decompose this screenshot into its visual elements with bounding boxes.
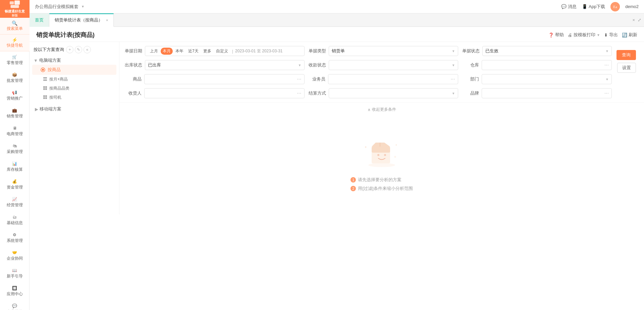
sidebar-item-wechat[interactable]: 💬 企业微信 xyxy=(0,300,30,310)
warehouse-input[interactable]: ··· xyxy=(482,60,612,70)
desktop-scheme-section-header[interactable]: ▼ 电脑端方案 xyxy=(32,56,116,65)
svg-rect-6 xyxy=(43,79,47,80)
collapse-label: 收起更多条件 xyxy=(372,107,396,112)
sidebar-item-retail-label: 零售管理 xyxy=(1,60,28,66)
filter-field-salesperson: 业务员 ··· xyxy=(309,74,458,84)
empty-tip1: 请先选择要分析的方案 xyxy=(358,177,401,183)
filter-field-department: 部门 ▼ xyxy=(462,74,612,84)
product-label: 商品 xyxy=(125,76,142,82)
brand-dots-icon[interactable]: ··· xyxy=(604,90,609,96)
collapse-scheme-button[interactable]: « xyxy=(84,46,91,53)
svg-rect-0 xyxy=(9,1,13,4)
message-button[interactable]: 💬 消息 xyxy=(561,4,577,10)
sidebar-item-sales[interactable]: 💼 销售管理 xyxy=(0,105,30,122)
date-tab-last-month[interactable]: 上月 xyxy=(148,48,160,55)
mobile-scheme-section-header[interactable]: ▶ 移动端方案 xyxy=(34,105,116,113)
logo-icon xyxy=(9,0,20,9)
date-tab-custom[interactable]: 自定义 xyxy=(214,48,230,55)
user-name[interactable]: demo2 xyxy=(625,4,639,9)
edit-scheme-button[interactable]: ✎ xyxy=(75,46,82,53)
sidebar-item-operations[interactable]: 📈 经营管理 xyxy=(0,194,30,211)
sidebar-item-ecommerce[interactable]: 🖥 电商管理 xyxy=(0,122,30,140)
refresh-button[interactable]: 🔄 刷新 xyxy=(622,32,637,38)
salesperson-input[interactable]: ··· xyxy=(328,74,458,84)
quick-nav-item[interactable]: ⚡ 快捷导航 xyxy=(0,35,30,51)
sidebar-item-system[interactable]: ⚙ 系统管理 xyxy=(0,229,30,247)
svg-rect-18 xyxy=(372,147,390,153)
settings-button[interactable]: 设置 xyxy=(617,63,636,73)
filter-field-date: 单据日期 上月 本月 本年 近7天 更多 自定义 xyxy=(125,46,305,56)
user-avatar[interactable] xyxy=(610,2,620,11)
sidebar-item-basic[interactable]: 🗂 基础信息 xyxy=(0,211,30,229)
sidebar-item-enterprise[interactable]: 🤝 企业协同 xyxy=(0,247,30,265)
industry-selector[interactable]: 办公用品行业模拟账套 ▼ xyxy=(35,4,85,10)
salesperson-label: 业务员 xyxy=(309,76,325,82)
sidebar-item-marketing-label: 营销推广 xyxy=(1,96,28,101)
add-scheme-button[interactable]: + xyxy=(66,46,73,53)
scheme-item-by-product[interactable]: 按商品 xyxy=(32,65,116,75)
doc-type-select[interactable]: 销货单 ▼ xyxy=(329,46,458,56)
recipient-dots-icon[interactable]: ··· xyxy=(297,90,301,96)
scheme-item-by-month-product[interactable]: 按月+商品 xyxy=(32,75,116,84)
app-logo[interactable]: 畅捷通好生意 标版 xyxy=(0,0,30,18)
main-area: 办公用品行业模拟账套 ▼ 💬 消息 📱 App下载 demo2 首页 销货单统计… xyxy=(30,0,644,310)
settlement-select[interactable]: ▼ xyxy=(329,88,458,98)
mobile-scheme-section: ▶ 移动端方案 xyxy=(30,105,119,113)
salesperson-dots-icon[interactable]: ··· xyxy=(450,76,455,82)
tab-close-button[interactable]: × xyxy=(106,18,108,22)
scheme-item-by-printer[interactable]: 按司机 xyxy=(32,93,116,102)
svg-rect-13 xyxy=(45,95,47,97)
tab-active[interactable]: 销货单统计表（按商品） × xyxy=(49,13,114,27)
svg-text:✦: ✦ xyxy=(364,145,367,149)
sidebar-item-wholesale[interactable]: 📦 批发管理 xyxy=(0,69,30,87)
date-tab-more[interactable]: 更多 xyxy=(201,48,213,55)
date-tab-this-month[interactable]: 本月 xyxy=(161,48,173,55)
sidebar-item-purchase[interactable]: 🛍 采购管理 xyxy=(0,140,30,158)
product-input[interactable]: ··· xyxy=(144,74,305,84)
sidebar-item-appstore[interactable]: 🔲 应用中心 xyxy=(0,282,30,300)
search-menu-item[interactable]: 🔍 搜索菜单 xyxy=(0,18,30,35)
sidebar-item-guide[interactable]: 📖 新手引导 xyxy=(0,265,30,282)
minimize-icon[interactable]: × xyxy=(632,17,635,22)
page-content: 销货单统计表(按商品) ❓ 帮助 🖨 按模板打印 ▼ ⬇ 导出 🔄 刷新 xyxy=(30,27,644,310)
recipient-label: 收货人 xyxy=(125,90,142,96)
maximize-icon[interactable]: ⤢ xyxy=(638,17,641,22)
export-button[interactable]: ⬇ 导出 xyxy=(604,32,618,38)
sidebar-item-marketing[interactable]: 📢 营销推广 xyxy=(0,87,30,105)
department-select[interactable]: ▼ xyxy=(482,74,612,84)
sidebar-item-enterprise-label: 企业协同 xyxy=(1,256,28,261)
tabs-bar: 首页 销货单统计表（按商品） × × ⤢ xyxy=(30,13,644,27)
print-button[interactable]: 🖨 按模板打印 ▼ xyxy=(568,32,600,38)
scheme-item-by-product-category-label: 按商品品类 xyxy=(49,86,69,91)
desktop-scheme-section: ▼ 电脑端方案 按商品 按月+商品 xyxy=(30,56,119,102)
date-tab-this-year[interactable]: 本年 xyxy=(173,48,185,55)
tab-home[interactable]: 首页 xyxy=(30,13,49,27)
sidebar-item-retail[interactable]: 🛒 零售管理 xyxy=(0,51,30,69)
warehouse-dots-icon[interactable]: ··· xyxy=(604,62,609,68)
help-button[interactable]: ❓ 帮助 xyxy=(548,32,564,38)
date-tabs: 上月 本月 本年 近7天 更多 自定义 xyxy=(148,48,230,55)
empty-tip2: 用[过滤]条件来缩小分析范围 xyxy=(358,186,413,192)
brand-input[interactable]: ··· xyxy=(482,88,612,98)
collapse-button[interactable]: ∧ 收起更多条件 xyxy=(364,105,400,114)
payment-status-select[interactable]: ▼ xyxy=(329,60,458,70)
filter-row-4: 收货人 ··· 结算方式 xyxy=(125,88,612,98)
app-download-button[interactable]: 📱 App下载 xyxy=(582,4,605,10)
warehouse-status-select[interactable]: 已出库 ▼ xyxy=(145,60,305,70)
filter-right-area: 单据日期 上月 本月 本年 近7天 更多 自定义 xyxy=(119,42,644,214)
product-dots-icon[interactable]: ··· xyxy=(297,76,301,82)
export-label: 导出 xyxy=(609,32,618,38)
doc-status-label: 单据状态 xyxy=(462,48,480,54)
app-sub-text: 标版 xyxy=(12,13,18,18)
sidebar-item-finance[interactable]: 💰 资金管理 xyxy=(0,176,30,194)
sidebar-item-inventory[interactable]: 📊 库存核算 xyxy=(0,158,30,176)
query-button[interactable]: 查询 xyxy=(616,50,636,60)
recipient-input[interactable]: ··· xyxy=(144,88,305,98)
date-filter-control[interactable]: 上月 本月 本年 近7天 更多 自定义 | 2023-03-01 至 2023-… xyxy=(145,46,305,56)
doc-status-select[interactable]: 已生效 ▼ xyxy=(482,46,612,56)
date-tab-last-7-days[interactable]: 近7天 xyxy=(186,48,201,55)
sidebar-item-basic-label: 基础信息 xyxy=(1,220,28,226)
scheme-item-by-product-category[interactable]: 按商品品类 xyxy=(32,84,116,93)
print-dropdown-icon: ▼ xyxy=(597,33,600,37)
filter-field-product: 商品 ··· xyxy=(125,74,305,84)
